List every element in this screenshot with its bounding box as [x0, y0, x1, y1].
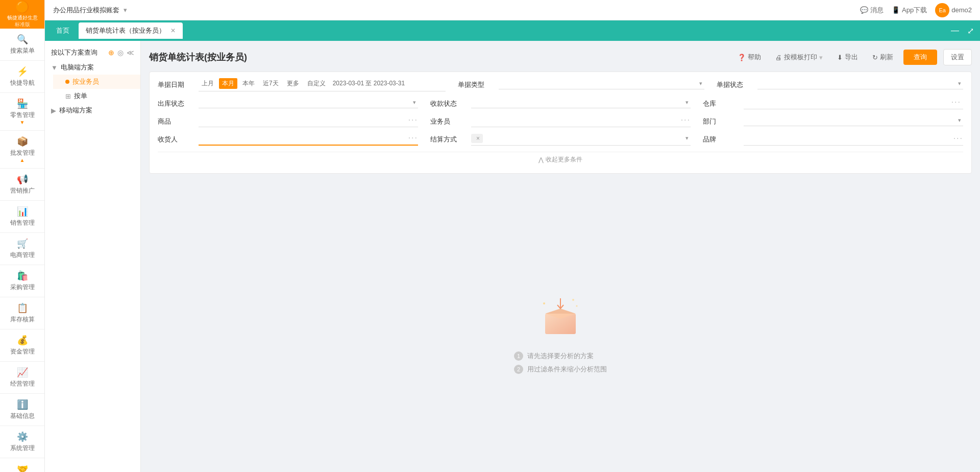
- tree-pc-group[interactable]: ▼ 电脑端方案: [45, 60, 140, 75]
- product-label: 商品: [158, 117, 199, 126]
- stock-status-select[interactable]: ▾: [199, 99, 418, 106]
- payment-status-control[interactable]: ▾: [471, 99, 691, 108]
- sidebar-item-operation[interactable]: 📈 经营管理: [0, 362, 44, 394]
- tab-bar: 首页 销货单统计表（按业务员） ✕ — ⤢: [45, 20, 980, 41]
- doc-status-control[interactable]: ▾: [757, 80, 963, 89]
- shortcut-icon: ⚡: [17, 66, 28, 77]
- receiver-input[interactable]: [199, 134, 404, 142]
- payment-status-label: 收款状态: [430, 99, 471, 108]
- sidebar-item-cooperation[interactable]: 🤝 企业协同: [0, 458, 44, 472]
- tree-item-order[interactable]: ⊞ 按单: [53, 89, 140, 103]
- content-area: 按以下方案查询 ⊕ ◎ ≪ ▼ 电脑端方案 按业务员 ⊞ 按单: [45, 41, 980, 472]
- sidebar-item-search[interactable]: 🔍 搜索菜单: [0, 29, 44, 61]
- user-area[interactable]: Ea demo2: [935, 3, 972, 17]
- product-dots[interactable]: ···: [408, 115, 418, 125]
- tree-item-salesperson[interactable]: 按业务员: [53, 75, 140, 89]
- print-icon: 🖨: [775, 54, 782, 61]
- tab-sales-stats[interactable]: 销货单统计表（按业务员） ✕: [79, 22, 183, 39]
- doc-type-arrow: ▾: [699, 80, 702, 87]
- stock-status-arrow: ▾: [413, 99, 416, 106]
- tree-pc-children: 按业务员 ⊞ 按单: [45, 75, 140, 103]
- receiver-dots[interactable]: ···: [408, 133, 418, 143]
- tab-close-btn[interactable]: ✕: [170, 27, 176, 34]
- sidebar-search-label: 搜索菜单: [10, 46, 35, 55]
- sidebar: 🟠 畅捷通好生意 标准版 🔍 搜索菜单 ⚡ 快捷导航 🏪 零售管理 ▼ 📦 批发…: [0, 0, 45, 472]
- dept-select[interactable]: ▾: [744, 117, 963, 124]
- salesperson-label: 业务员: [430, 117, 471, 126]
- tag-close-btn[interactable]: ×: [476, 135, 480, 142]
- doc-status-select[interactable]: ▾: [757, 80, 963, 87]
- print-btn[interactable]: 🖨 按模板打印 ▾: [771, 51, 827, 64]
- tab-maximize-btn[interactable]: ⤢: [965, 24, 976, 38]
- app-label: App下载: [902, 6, 927, 15]
- finance-icon: 💰: [17, 335, 28, 346]
- date-tab-custom[interactable]: 自定义: [304, 78, 329, 89]
- brand-control[interactable]: ···: [744, 134, 963, 146]
- sidebar-item-shortcut[interactable]: ⚡ 快捷导航: [0, 61, 44, 93]
- settings-button[interactable]: 设置: [943, 49, 972, 65]
- app-download-btn[interactable]: 📱 App下载: [892, 6, 927, 15]
- sidebar-item-sales[interactable]: 📊 销售管理: [0, 201, 44, 233]
- date-tab-7days[interactable]: 近7天: [260, 78, 282, 89]
- sidebar-purchase-label: 采购管理: [10, 283, 35, 292]
- basic-icon: ℹ️: [17, 399, 28, 410]
- export-btn[interactable]: ⬇ 导出: [833, 51, 862, 64]
- collapse-btn[interactable]: ⋀ 收起更多条件: [158, 152, 963, 167]
- tab-sales-stats-label: 销货单统计表（按业务员）: [86, 26, 165, 35]
- sidebar-item-inventory[interactable]: 📋 库存核算: [0, 297, 44, 329]
- doc-type-control[interactable]: ▾: [499, 80, 704, 89]
- stock-status-control[interactable]: ▾: [199, 99, 418, 108]
- tree-mobile-group[interactable]: ▶ 移动端方案: [45, 103, 140, 117]
- refresh-btn[interactable]: ↻ 刷新: [868, 51, 897, 64]
- add-scheme-btn[interactable]: ⊕: [108, 49, 114, 57]
- filter-row-3: 商品 ··· 业务员 ··· 部门 ▾: [158, 115, 963, 127]
- top-header-right: 💬 消息 📱 App下载 Ea demo2: [860, 3, 972, 17]
- date-tab-more[interactable]: 更多: [284, 78, 302, 89]
- edit-scheme-btn[interactable]: ◎: [117, 49, 124, 57]
- date-range: 2023-03-01 至 2023-03-31: [333, 79, 405, 88]
- product-input[interactable]: [199, 116, 404, 124]
- inventory-icon: 📋: [17, 302, 28, 314]
- help-btn[interactable]: ❓ 帮助: [733, 51, 765, 64]
- salesperson-input[interactable]: [471, 116, 677, 124]
- breadcrumb-area: 办公用品行业模拟账套 ▾: [53, 6, 127, 15]
- svg-point-3: [572, 299, 574, 301]
- payment-method-select[interactable]: × ▾: [471, 134, 691, 143]
- brand-dots[interactable]: ···: [953, 134, 963, 143]
- date-tab-last-month[interactable]: 上月: [199, 78, 217, 89]
- sidebar-item-system[interactable]: ⚙️ 系统管理: [0, 426, 44, 458]
- collapse-panel-btn[interactable]: ≪: [127, 49, 134, 57]
- doc-type-select[interactable]: ▾: [499, 80, 704, 87]
- sidebar-item-purchase[interactable]: 🛍️ 采购管理: [0, 265, 44, 297]
- payment-method-control[interactable]: × ▾: [471, 134, 691, 146]
- dept-control[interactable]: ▾: [744, 117, 963, 126]
- date-tab-this-month[interactable]: 本月: [219, 78, 237, 89]
- top-header: 办公用品行业模拟账套 ▾ 💬 消息 📱 App下载 Ea demo2: [45, 0, 980, 20]
- brand-input[interactable]: [744, 134, 949, 142]
- product-control[interactable]: ···: [199, 115, 418, 127]
- sidebar-item-marketing[interactable]: 📢 营销推广: [0, 169, 44, 201]
- salesperson-control[interactable]: ···: [471, 115, 691, 127]
- salesperson-dots[interactable]: ···: [681, 115, 691, 125]
- sidebar-item-retail[interactable]: 🏪 零售管理 ▼: [0, 93, 44, 131]
- query-button[interactable]: 查询: [903, 50, 937, 65]
- sidebar-item-wholesale[interactable]: 📦 批发管理 ▲: [0, 131, 44, 169]
- breadcrumb-dropdown-icon[interactable]: ▾: [124, 6, 127, 14]
- sidebar-item-ecommerce[interactable]: 🛒 电商管理: [0, 233, 44, 265]
- filter-row-4: 收货人 ··· 结算方式 × ▾: [158, 133, 963, 146]
- tree-collapse-icon: ▶: [51, 107, 56, 114]
- sidebar-item-basic[interactable]: ℹ️ 基础信息: [0, 394, 44, 426]
- date-tab-this-year[interactable]: 本年: [239, 78, 258, 89]
- payment-status-select[interactable]: ▾: [471, 99, 691, 106]
- warehouse-select[interactable]: ···: [744, 98, 963, 107]
- receiver-control[interactable]: ···: [199, 133, 418, 146]
- tab-bar-right: — ⤢: [949, 24, 976, 38]
- sidebar-item-finance[interactable]: 💰 资金管理: [0, 329, 44, 362]
- warehouse-control[interactable]: ···: [744, 98, 963, 109]
- tip-num-2: 2: [514, 365, 523, 374]
- print-dropdown-icon: ▾: [819, 54, 823, 61]
- tab-minimize-btn[interactable]: —: [949, 24, 961, 38]
- warehouse-dots[interactable]: ···: [951, 98, 961, 107]
- tab-home[interactable]: 首页: [49, 26, 77, 35]
- msg-btn[interactable]: 💬 消息: [860, 6, 884, 15]
